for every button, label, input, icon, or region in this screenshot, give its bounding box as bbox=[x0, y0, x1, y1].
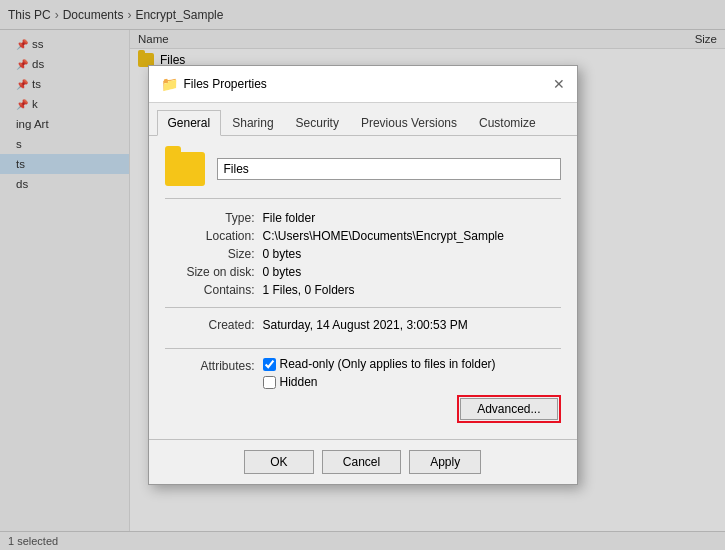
prop-label-location: Location: bbox=[165, 229, 255, 243]
prop-row-type: Type: File folder bbox=[165, 211, 561, 225]
dialog-body: Type: File folder Location: C:\Users\HOM… bbox=[149, 136, 577, 439]
prop-label-created: Created: bbox=[165, 318, 255, 332]
ok-button[interactable]: OK bbox=[244, 450, 314, 474]
props-divider-1 bbox=[165, 307, 561, 308]
prop-label-contains: Contains: bbox=[165, 283, 255, 297]
readonly-checkbox[interactable] bbox=[263, 358, 276, 371]
advanced-btn-wrapper: Advanced... bbox=[457, 395, 560, 423]
prop-value-created: Saturday, 14 August 2021, 3:00:53 PM bbox=[263, 318, 561, 332]
folder-header-section bbox=[165, 152, 561, 199]
dialog-close-button[interactable]: ✕ bbox=[549, 74, 569, 94]
advanced-row: Advanced... bbox=[263, 395, 561, 423]
prop-value-location: C:\Users\HOME\Documents\Encrypt_Sample bbox=[263, 229, 561, 243]
checkbox-row-readonly: Read-only (Only applies to files in fold… bbox=[263, 357, 561, 371]
tab-general[interactable]: General bbox=[157, 110, 222, 136]
prop-value-type: File folder bbox=[263, 211, 561, 225]
attr-row: Attributes: Read-only (Only applies to f… bbox=[165, 357, 561, 423]
cancel-button[interactable]: Cancel bbox=[322, 450, 401, 474]
attr-checkboxes: Read-only (Only applies to files in fold… bbox=[263, 357, 561, 423]
tab-customize[interactable]: Customize bbox=[468, 110, 547, 136]
tab-sharing[interactable]: Sharing bbox=[221, 110, 284, 136]
dialog-titlebar: 📁 Files Properties ✕ bbox=[149, 66, 577, 103]
apply-button[interactable]: Apply bbox=[409, 450, 481, 474]
prop-row-created: Created: Saturday, 14 August 2021, 3:00:… bbox=[165, 318, 561, 332]
folder-name-input[interactable] bbox=[217, 158, 561, 180]
hidden-label: Hidden bbox=[280, 375, 318, 389]
tab-security[interactable]: Security bbox=[285, 110, 350, 136]
prop-value-sizeondisk: 0 bytes bbox=[263, 265, 561, 279]
dialog-title-text: Files Properties bbox=[184, 77, 543, 91]
prop-row-sizeondisk: Size on disk: 0 bytes bbox=[165, 265, 561, 279]
advanced-button[interactable]: Advanced... bbox=[460, 398, 557, 420]
prop-label-sizeondisk: Size on disk: bbox=[165, 265, 255, 279]
prop-row-contains: Contains: 1 Files, 0 Folders bbox=[165, 283, 561, 297]
prop-row-location: Location: C:\Users\HOME\Documents\Encryp… bbox=[165, 229, 561, 243]
dialog-tabs: General Sharing Security Previous Versio… bbox=[149, 103, 577, 136]
properties-table: Type: File folder Location: C:\Users\HOM… bbox=[165, 211, 561, 332]
tab-previous-versions[interactable]: Previous Versions bbox=[350, 110, 468, 136]
prop-value-size: 0 bytes bbox=[263, 247, 561, 261]
prop-value-contains: 1 Files, 0 Folders bbox=[263, 283, 561, 297]
attributes-section: Attributes: Read-only (Only applies to f… bbox=[165, 348, 561, 423]
attr-label: Attributes: bbox=[165, 357, 255, 373]
prop-label-size: Size: bbox=[165, 247, 255, 261]
readonly-label: Read-only (Only applies to files in fold… bbox=[280, 357, 496, 371]
folder-icon-large bbox=[165, 152, 205, 186]
prop-row-size: Size: 0 bytes bbox=[165, 247, 561, 261]
hidden-checkbox[interactable] bbox=[263, 376, 276, 389]
modal-overlay: 📁 Files Properties ✕ General Sharing Sec… bbox=[0, 0, 725, 550]
dialog-footer: OK Cancel Apply bbox=[149, 439, 577, 484]
dialog-title-icon: 📁 bbox=[161, 76, 178, 92]
prop-label-type: Type: bbox=[165, 211, 255, 225]
checkbox-row-hidden: Hidden bbox=[263, 375, 561, 389]
properties-dialog: 📁 Files Properties ✕ General Sharing Sec… bbox=[148, 65, 578, 485]
